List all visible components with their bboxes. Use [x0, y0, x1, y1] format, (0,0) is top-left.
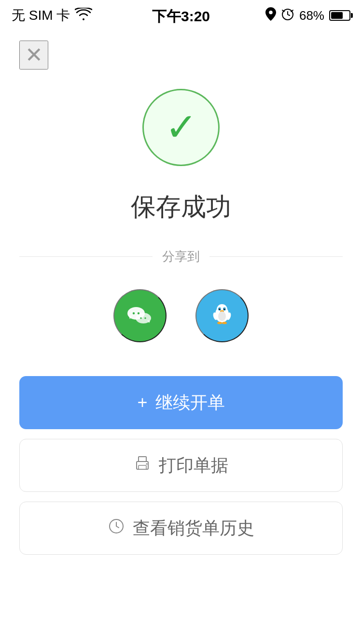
svg-point-8	[144, 317, 146, 319]
action-buttons: + 继续开单 打印单据 查看销货单历史	[19, 376, 343, 555]
divider-right	[209, 256, 343, 257]
history-label: 查看销货单历史	[133, 517, 254, 540]
wechat-icon	[125, 301, 155, 331]
svg-point-18	[218, 311, 226, 321]
main-content: ✕ ✓ 保存成功 分享到	[0, 31, 362, 574]
close-icon: ✕	[25, 44, 43, 66]
share-icons-row	[113, 289, 249, 342]
plus-icon: +	[137, 392, 147, 413]
alarm-icon	[281, 7, 294, 24]
status-left: 无 SIM 卡	[12, 6, 92, 25]
print-label: 打印单据	[159, 454, 228, 477]
svg-rect-25	[139, 457, 146, 462]
status-right: 68%	[265, 7, 350, 24]
success-title: 保存成功	[131, 190, 231, 224]
close-button[interactable]: ✕	[19, 41, 48, 70]
wifi-icon	[75, 8, 92, 24]
svg-point-5	[133, 312, 135, 314]
svg-point-19	[217, 322, 222, 324]
history-icon	[108, 518, 125, 539]
checkmark-icon: ✓	[165, 108, 197, 147]
battery-percent: 68%	[299, 8, 324, 23]
svg-point-20	[222, 322, 227, 324]
status-bar: 无 SIM 卡 下午3:20 68%	[0, 0, 362, 31]
status-time: 下午3:20	[152, 7, 210, 27]
continue-order-label: 继续开单	[155, 391, 225, 415]
wechat-share-button[interactable]	[113, 289, 167, 342]
location-icon	[265, 7, 276, 24]
svg-point-16	[224, 308, 225, 309]
battery-icon	[329, 10, 350, 21]
qq-share-button[interactable]	[195, 289, 249, 342]
svg-rect-24	[139, 465, 146, 469]
divider-left	[19, 256, 153, 257]
share-label: 分享到	[162, 248, 200, 265]
history-button[interactable]: 查看销货单历史	[19, 502, 343, 555]
print-button[interactable]: 打印单据	[19, 439, 343, 492]
svg-point-26	[146, 463, 148, 464]
svg-point-6	[138, 312, 139, 314]
share-divider: 分享到	[19, 248, 343, 265]
printer-icon	[134, 455, 151, 476]
qq-icon	[207, 301, 237, 331]
svg-point-13	[220, 308, 220, 309]
carrier-text: 无 SIM 卡	[12, 6, 70, 25]
svg-point-7	[140, 317, 142, 319]
success-icon-circle: ✓	[142, 89, 220, 166]
continue-order-button[interactable]: + 继续开单	[19, 376, 343, 429]
